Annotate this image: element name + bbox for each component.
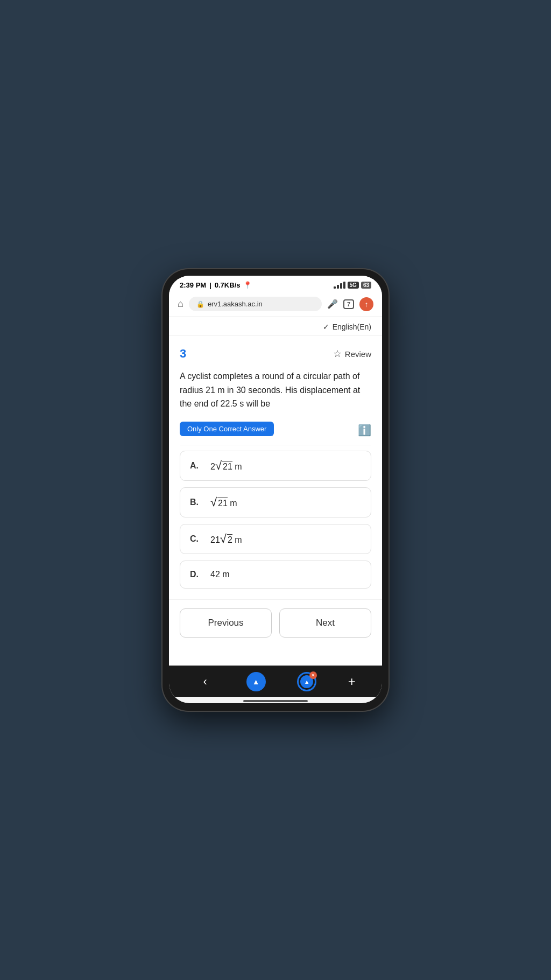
question-number: 3 — [180, 347, 186, 361]
network-badge: 5G — [348, 282, 359, 289]
question-section: 3 ☆ Review A cyclist completes a round o… — [169, 336, 382, 445]
next-button[interactable]: Next — [279, 608, 371, 638]
option-a[interactable]: A. 2√21 m — [180, 451, 371, 481]
option-d-label: D. — [190, 570, 203, 579]
browser-icons: 🎤 7 ↑ — [327, 297, 373, 311]
language-selector[interactable]: ✓ English(En) — [323, 323, 371, 331]
phone-frame: 2:39 PM | 0.7KB/s 📍 5G 63 ⌂ 🔒 — [163, 269, 388, 711]
add-icon[interactable]: + — [348, 674, 356, 689]
option-b-label: B. — [190, 498, 203, 507]
option-a-text: 2√21 m — [210, 460, 242, 472]
main-content: ✓ English(En) 3 ☆ Review A cyclist compl… — [169, 317, 382, 666]
phone-screen: 2:39 PM | 0.7KB/s 📍 5G 63 ⌂ 🔒 — [169, 276, 382, 703]
star-icon: ☆ — [333, 348, 342, 360]
microphone-icon[interactable]: 🎤 — [327, 299, 338, 309]
info-icon[interactable]: ℹ️ — [358, 424, 371, 437]
nav-buttons: Previous Next — [169, 599, 382, 648]
status-left: 2:39 PM | 0.7KB/s 📍 — [180, 281, 252, 289]
answer-type-badge: Only One Correct Answer — [180, 422, 274, 436]
url-bar[interactable]: 🔒 erv1.aakash.ac.in — [189, 297, 322, 311]
url-text: erv1.aakash.ac.in — [208, 300, 263, 308]
option-c-text: 21√2 m — [210, 533, 242, 545]
upload-icon[interactable]: ↑ — [359, 297, 373, 311]
review-label: Review — [345, 349, 371, 359]
home-icon[interactable]: ⌂ — [178, 298, 183, 310]
back-nav-icon[interactable]: ‹ — [195, 672, 215, 691]
question-text: A cyclist completes a round of a circula… — [180, 369, 371, 411]
option-b-text: √21 m — [210, 496, 237, 508]
language-label: English(En) — [333, 323, 371, 331]
option-d-text: 42 m — [210, 570, 230, 579]
aakash-logo-1[interactable]: ▲ — [246, 672, 266, 691]
options-section: A. 2√21 m B. √21 m C. 21√2 m — [169, 445, 382, 599]
time-display: 2:39 PM — [180, 281, 206, 289]
aakash-logo-2[interactable]: ▲ ✕ — [297, 672, 316, 691]
option-b[interactable]: B. √21 m — [180, 487, 371, 517]
signal-icon — [334, 282, 345, 289]
option-c-label: C. — [190, 534, 203, 544]
checkmark-icon: ✓ — [323, 323, 329, 331]
option-c[interactable]: C. 21√2 m — [180, 524, 371, 554]
lock-icon: 🔒 — [196, 300, 204, 308]
status-right: 5G 63 — [334, 282, 371, 289]
sqrt-21-a: √21 — [215, 460, 232, 472]
home-indicator — [243, 700, 308, 702]
previous-button[interactable]: Previous — [180, 608, 272, 638]
close-badge: ✕ — [309, 671, 317, 679]
question-header: 3 ☆ Review — [180, 347, 371, 361]
gps-icon: 📍 — [243, 281, 252, 289]
option-a-label: A. — [190, 461, 203, 471]
sqrt-2-c: √2 — [220, 533, 232, 545]
language-bar: ✓ English(En) — [169, 317, 382, 336]
data-speed-value: 0.7KB/s — [215, 281, 241, 289]
browser-bar: ⌂ 🔒 erv1.aakash.ac.in 🎤 7 ↑ — [169, 292, 382, 317]
data-speed: | — [209, 281, 211, 289]
review-button[interactable]: ☆ Review — [333, 348, 371, 360]
sqrt-21-b: √21 — [210, 496, 228, 508]
tab-count[interactable]: 7 — [343, 299, 354, 309]
status-bar: 2:39 PM | 0.7KB/s 📍 5G 63 — [169, 276, 382, 292]
bottom-nav: ‹ ▲ ▲ ✕ + — [169, 666, 382, 697]
option-d[interactable]: D. 42 m — [180, 561, 371, 589]
battery-badge: 63 — [361, 282, 371, 289]
